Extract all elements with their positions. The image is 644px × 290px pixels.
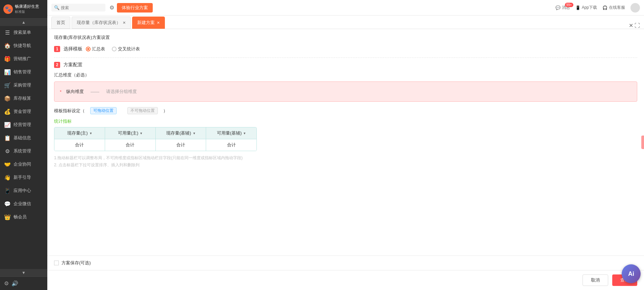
sidebar-item-system[interactable]: ⚙ 系统管理	[0, 145, 47, 158]
sidebar-item-operations[interactable]: 📈 经营管理	[0, 118, 47, 131]
sidebar-item-member[interactable]: 👑 畅会员	[0, 211, 47, 224]
template-radio-group: 汇总表 交叉统计表	[86, 46, 140, 52]
dimension-dash: ——	[91, 89, 99, 94]
stats-cell-0-0: 合计	[54, 139, 105, 151]
sidebar-item-label: 快捷导航	[14, 43, 31, 49]
tips-section: 1.拖动标题栏可以调整布局，不可跨维度或指标区域拖动栏目字段(只能在同一维度或指…	[54, 155, 637, 168]
stats-section: 统计指标 现存量(主) ▾ 可用量(主) ▾	[54, 118, 637, 151]
trial-btn[interactable]: 体验行业方案	[117, 3, 153, 13]
search-box[interactable]: 🔍	[51, 4, 105, 11]
stats-header-label-2: 现存量(基辅)	[166, 130, 191, 136]
sidebar-item-purchase[interactable]: 🛒 采购管理	[0, 79, 47, 92]
sidebar-item-basic-info[interactable]: 📋 基础信息	[0, 131, 47, 145]
close-panel-btn[interactable]: ✕	[629, 22, 633, 29]
sidebar-item-marketing[interactable]: 🎁 营销推广	[0, 52, 47, 66]
stats-table: 现存量(主) ▾ 可用量(主) ▾ 现存量(基辅) ▾	[54, 127, 257, 151]
tab-new-scheme[interactable]: 新建方案 ✕	[132, 17, 165, 29]
search-menu-icon: ☰	[4, 29, 11, 36]
stats-header-1[interactable]: 可用量(主) ▾	[105, 127, 156, 139]
gear-icon: ⚙	[4, 148, 11, 154]
operations-icon: 📈	[4, 122, 11, 128]
sidebar-footer: ⚙ 🔊	[0, 276, 47, 290]
sidebar-item-label: 资金管理	[14, 108, 31, 115]
cart-icon: 🛒	[4, 82, 11, 89]
sidebar-item-enterprise-wx[interactable]: 💬 企业微信	[0, 197, 47, 211]
step1-num: 1	[54, 46, 60, 52]
app-download-btn[interactable]: 📱 App下载	[575, 5, 597, 10]
tabbar: 首页 现存量（库存状况表） ✕ 新建方案 ✕ ✕ ⛶	[47, 16, 644, 29]
sidebar-item-finance[interactable]: 💰 资金管理	[0, 105, 47, 118]
settings-icon[interactable]: ⚙	[4, 280, 9, 287]
topbar-gear-icon[interactable]: ⚙	[109, 4, 114, 11]
sidebar-item-label: 销售管理	[14, 69, 31, 75]
sidebar-item-app-center[interactable]: 📱 应用中心	[0, 184, 47, 197]
tab-new-scheme-close[interactable]: ✕	[157, 21, 160, 25]
search-input[interactable]	[61, 5, 101, 10]
app-download-label: App下载	[582, 5, 597, 10]
tips-item-1: 2. 点击标题栏下拉可设置排序、插入列和删除列	[54, 162, 637, 168]
fixed-badge: 不可拖动位置	[127, 107, 158, 114]
content-area: 现存量(库存状况表)方案设置 1 选择模板 汇总表	[47, 29, 644, 290]
sidebar-item-label: 营销推广	[14, 56, 31, 62]
stats-header-3[interactable]: 可用量(基辅) ▾	[206, 127, 256, 139]
ai-badge[interactable]: Ai	[622, 264, 641, 283]
dropdown-arrow-1[interactable]: ▾	[140, 131, 142, 136]
cancel-btn[interactable]: 取消	[583, 274, 608, 286]
stats-header-label-0: 现存量(主)	[67, 130, 88, 136]
dimension-box[interactable]: * 纵向维度 —— 请选择分组维度	[54, 81, 637, 102]
radio-summary-circle	[86, 47, 91, 51]
radio-summary-dot	[87, 48, 89, 50]
sidebar-item-quick-nav[interactable]: 🏠 快捷导航	[0, 39, 47, 52]
tab-home[interactable]: 首页	[51, 17, 70, 29]
tab-inventory-close[interactable]: ✕	[123, 21, 126, 25]
sidebar-item-label: 企业微信	[14, 201, 31, 207]
app-download-icon: 📱	[575, 5, 580, 10]
avatar[interactable]	[630, 3, 640, 13]
footer-bar: 取消 查询	[47, 270, 644, 290]
message-btn[interactable]: 💬 消息 99+	[555, 5, 570, 10]
sidebar-item-search-menu[interactable]: ☰ 搜索菜单	[0, 26, 47, 39]
sidebar-item-enterprise[interactable]: 🤝 企业协同	[0, 158, 47, 171]
indicator-setting-end: ）	[163, 108, 168, 114]
box-icon: 📦	[4, 95, 11, 102]
dropdown-arrow-0[interactable]: ▾	[90, 131, 92, 136]
scroll-up-btn[interactable]: ▲	[0, 19, 47, 26]
stats-header-label-3: 可用量(基辅)	[217, 130, 242, 136]
stats-header-2[interactable]: 现存量(基辅) ▾	[156, 127, 206, 139]
sidebar-item-label: 基础信息	[14, 135, 31, 141]
sidebar-item-inventory[interactable]: 📦 库存核算	[0, 92, 47, 105]
sidebar-item-new-guide[interactable]: 👋 新手引导	[0, 171, 47, 184]
sidebar-item-label: 库存核算	[14, 95, 31, 101]
sidebar-item-sales[interactable]: 📊 销售管理	[0, 66, 47, 79]
stats-data-row-0: 合计 合计 合计 合计	[54, 139, 256, 151]
app-name: 畅康通好生意	[15, 4, 39, 9]
main-area: 🔍 ⚙ 体验行业方案 💬 消息 99+ 📱 App下载 🎧 在线客服	[47, 0, 644, 290]
divider1	[54, 57, 637, 58]
stats-header-0[interactable]: 现存量(主) ▾	[54, 127, 105, 139]
sidebar-logo: 🐾 畅康通好生意 标准版	[0, 0, 47, 19]
radio-summary[interactable]: 汇总表	[86, 46, 105, 52]
dropdown-arrow-3[interactable]: ▾	[244, 131, 246, 136]
scroll-down-btn[interactable]: ▼	[0, 269, 47, 276]
step2-header: 2 方案配置	[54, 62, 637, 68]
search-icon: 🔍	[54, 5, 59, 10]
dropdown-arrow-2[interactable]: ▾	[193, 131, 195, 136]
required-star: *	[60, 89, 61, 94]
sidebar-item-label: 搜索菜单	[14, 29, 31, 35]
save-row: 方案保存(可选)	[47, 256, 644, 270]
expand-panel-btn[interactable]: ⛶	[635, 23, 640, 29]
app-version: 标准版	[15, 9, 39, 14]
save-checkbox[interactable]	[54, 261, 59, 265]
logo-icon: 🐾	[3, 4, 13, 14]
service-btn[interactable]: 🎧 在线客服	[602, 5, 625, 10]
step1-label: 选择模板	[64, 46, 82, 52]
tab-inventory-status[interactable]: 现存量（库存状况表） ✕	[72, 17, 131, 29]
message-icon: 💬	[555, 5, 561, 10]
topbar: 🔍 ⚙ 体验行业方案 💬 消息 99+ 📱 App下载 🎧 在线客服	[47, 0, 644, 16]
right-handle[interactable]	[641, 136, 644, 149]
audio-icon[interactable]: 🔊	[11, 280, 18, 287]
crown-icon: 👑	[4, 214, 11, 220]
radio-crosstab[interactable]: 交叉统计表	[112, 46, 140, 52]
stats-cell-0-3: 合计	[206, 139, 256, 151]
topbar-right: 💬 消息 99+ 📱 App下载 🎧 在线客服	[555, 3, 640, 13]
